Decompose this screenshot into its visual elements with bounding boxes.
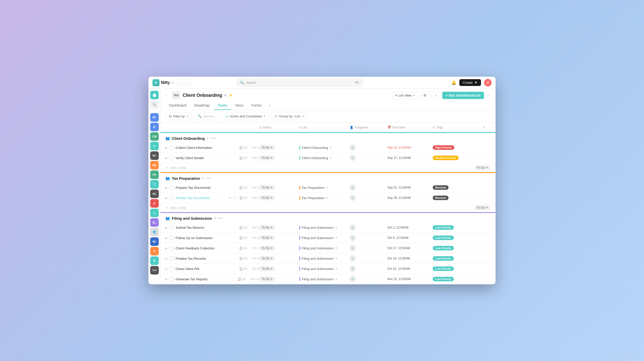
list-dropdown[interactable]: ▼ (326, 186, 328, 189)
sidebar-item-b2[interactable]: B (150, 256, 159, 265)
task-row[interactable]: ▶ Close Client File 📋 0/1 TAX-9 To Do ▼ (160, 264, 496, 274)
section-menu-1[interactable]: ••• (211, 136, 216, 141)
task-row[interactable]: ▶ Submit Tax Returns 📋 0/1 TAX-5 To Do ▼ (160, 222, 496, 233)
expand-arrow[interactable]: ▶ (166, 278, 168, 281)
tab-dashboard[interactable]: Dashboard (166, 101, 190, 110)
assignee-icon[interactable]: + (350, 195, 356, 201)
project-dropdown-icon[interactable]: ▼ (224, 94, 227, 97)
sidebar-item-a[interactable]: A (150, 247, 159, 255)
task-checkbox[interactable] (170, 186, 174, 190)
expand-arrow[interactable]: ▶ (166, 197, 168, 199)
bell-icon[interactable]: 🔔 (451, 80, 456, 85)
task-checkbox[interactable] (170, 246, 174, 250)
sidebar-item-hc[interactable]: HC (150, 190, 159, 198)
list-dropdown[interactable]: ▼ (335, 247, 337, 249)
list-dropdown[interactable]: ▼ (335, 257, 337, 260)
sidebar-toggle[interactable]: › (166, 94, 170, 97)
group-by-button[interactable]: ⊞ Group by: List ▼ (271, 113, 307, 120)
task-checkbox[interactable] (170, 256, 174, 260)
search-filter[interactable]: 🔍 Search... (194, 113, 220, 120)
settings-button[interactable]: ⚙ (421, 91, 429, 99)
assignee-icon[interactable]: + (350, 266, 356, 272)
sidebar-item-x[interactable]: X (150, 199, 159, 208)
task-checkbox[interactable] (170, 236, 174, 240)
expand-arrow[interactable]: ▶ (166, 157, 168, 159)
task-options[interactable]: ••• (228, 196, 231, 199)
app-logo[interactable]: ✦ Nifty ▼ (152, 79, 174, 86)
sidebar-item-search[interactable]: 🔍 (150, 100, 159, 109)
sidebar-item-home[interactable] (150, 91, 159, 99)
assignee-icon[interactable]: + (350, 235, 356, 241)
filter-button[interactable]: ⊟ Filter by ▼ (166, 113, 192, 120)
sidebar-item-bt[interactable]: BT (150, 113, 159, 122)
expand-arrow[interactable]: ▶ (166, 237, 168, 239)
status-badge[interactable]: To Do ▼ (259, 277, 275, 282)
task-row[interactable]: ▶ Client Feedback Collection 📋 0/1 TAX-7… (160, 243, 496, 253)
task-checkbox[interactable] (170, 267, 174, 271)
list-view-button[interactable]: ≡ List View ▼ (392, 92, 418, 99)
task-row[interactable]: ▶ Review Tax Documents ••• 📋 0/1 TAX-4 T… (160, 193, 496, 203)
section-menu-2[interactable]: ••• (206, 176, 212, 180)
status-badge[interactable]: To Do ▼ (259, 155, 275, 160)
sidebar-item-cm[interactable]: CM (150, 132, 159, 141)
task-checkbox[interactable] (170, 146, 174, 150)
assignee-icon[interactable]: + (350, 185, 356, 191)
expand-arrow[interactable]: ▶ (166, 247, 168, 250)
status-badge[interactable]: To Do ▼ (259, 145, 275, 150)
search-bar[interactable]: 🔍 Search ⌘K (237, 79, 363, 87)
list-dropdown[interactable]: ▼ (335, 278, 337, 280)
list-dropdown[interactable]: ▼ (335, 237, 337, 239)
list-dropdown[interactable]: ▼ (330, 146, 332, 149)
star-button[interactable]: ☆ (487, 93, 491, 98)
assignee-icon[interactable]: + (350, 155, 356, 161)
sidebar-item-nc2[interactable]: NC (150, 237, 159, 246)
add-task-row-1[interactable]: + Add a Task To Do ▼ (160, 163, 496, 172)
tab-docs[interactable]: Docs (232, 101, 247, 110)
assignee-icon[interactable]: + (350, 224, 356, 231)
task-row[interactable]: ▶ Generate Tax Reports 📋 0/1 TAX-10 To D… (160, 274, 496, 284)
expand-arrow[interactable]: ▶ (166, 186, 168, 189)
status-badge[interactable]: To Do ▼ (259, 235, 275, 240)
assignee-icon[interactable]: + (350, 245, 356, 251)
sidebar-item-l[interactable]: L (150, 209, 159, 217)
task-row[interactable]: ▶ Verify Client Details 📋 0/1 TAX-2 To D… (160, 153, 496, 163)
project-lightning-icon[interactable]: ⚡ (228, 93, 233, 97)
expand-arrow[interactable]: ▶ (166, 226, 168, 229)
task-row[interactable]: ▶ Collect Client Information 📋 0/1 TAX-1… (160, 143, 496, 153)
tab-tasks[interactable]: Tasks (214, 101, 231, 110)
sidebar-item-nb[interactable]: NB (150, 161, 159, 169)
status-badge[interactable]: To Do ▼ (259, 195, 275, 200)
add-task-row-2[interactable]: + Add a Task To Do ▼ (160, 203, 496, 212)
sidebar-item-tax[interactable]: TAX (150, 266, 159, 275)
list-dropdown[interactable]: ▼ (335, 226, 337, 229)
sidebar-item-nc1[interactable]: NC (150, 151, 159, 160)
task-row[interactable]: ▶ Prepare Tax Documents 📋 0/1 TAX-3 To D… (160, 183, 496, 193)
expand-arrow[interactable]: ▶ (166, 257, 168, 260)
sidebar-item-c[interactable]: C (150, 142, 159, 150)
task-checkbox[interactable] (170, 225, 174, 230)
task-row[interactable]: ▶ Finalize Tax Records 📋 0/1 TAX-8 To Do… (160, 253, 496, 264)
share-button[interactable]: ↑ (432, 91, 440, 99)
status-badge[interactable]: To Do ▼ (259, 266, 275, 271)
assignee-icon[interactable]: + (350, 276, 356, 282)
expand-arrow[interactable]: ▶ (166, 267, 168, 270)
sidebar-item-el[interactable]: EL (150, 218, 159, 227)
tab-add[interactable]: + (266, 101, 273, 110)
status-badge[interactable]: To Do ▼ (259, 246, 275, 251)
status-filter-button[interactable]: ◎ Active and Completed ▼ (222, 113, 269, 120)
status-badge[interactable]: To Do ▼ (259, 225, 275, 230)
list-dropdown[interactable]: ▼ (330, 157, 332, 159)
tab-forms[interactable]: Forms (248, 101, 265, 110)
list-dropdown[interactable]: ▼ (326, 197, 328, 199)
nav-back[interactable]: ‹ (177, 79, 184, 86)
expand-arrow[interactable]: ▶ (166, 146, 168, 149)
list-dropdown[interactable]: ▼ (335, 267, 337, 270)
task-checkbox[interactable] (170, 156, 174, 160)
nav-forward[interactable]: › (184, 79, 191, 86)
assignee-icon[interactable]: + (350, 145, 356, 151)
section-menu-3[interactable]: ••• (218, 216, 224, 220)
task-row[interactable]: ▶ Follow Up on Submission 📋 0/1 TAX-6 To… (160, 233, 496, 243)
add-task-button[interactable]: + Add Task/Status/List (442, 92, 484, 99)
task-checkbox[interactable] (170, 277, 174, 281)
sidebar-item-globe[interactable]: 🌐 (150, 228, 159, 236)
